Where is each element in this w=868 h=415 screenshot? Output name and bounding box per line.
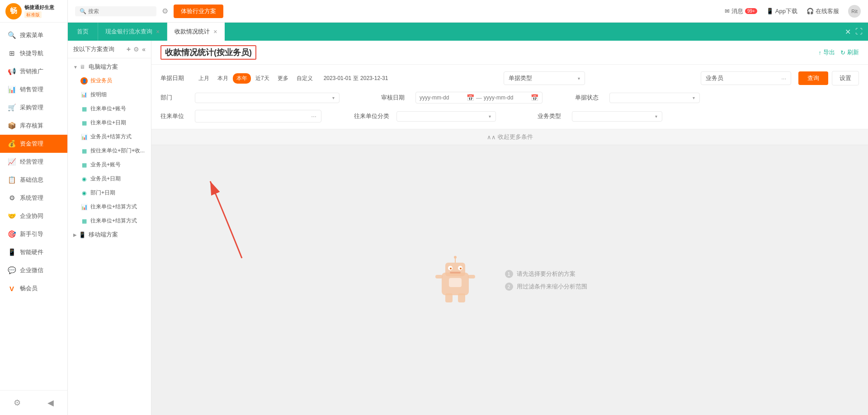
sidebar-item-marketing[interactable]: 📢 营销推广	[0, 62, 67, 80]
date-tab-this-year[interactable]: 本年	[233, 73, 251, 84]
scheme-item-partner-settlement2[interactable]: ▦ 往来单位+结算方式	[68, 214, 151, 228]
sidebar-item-search[interactable]: 🔍 搜索菜单	[0, 26, 67, 44]
sidebar-item-member[interactable]: V 畅会员	[0, 279, 67, 297]
biz-type-arrow: ▾	[655, 114, 657, 119]
message-item[interactable]: ✉ 消息 99+	[725, 7, 757, 15]
search-icon: 🔍	[7, 31, 16, 40]
sidebar-item-weixin[interactable]: 💬 企业微信	[0, 261, 67, 279]
desktop-group-header[interactable]: ▼ 🖥 电脑端方案	[68, 60, 151, 74]
sidebar-item-enterprise[interactable]: 🤝 企业协同	[0, 207, 67, 225]
tab-home[interactable]: 首页	[68, 23, 98, 41]
marketing-icon: 📢	[7, 67, 16, 76]
doc-status-select[interactable]: ▾	[609, 93, 700, 103]
mobile-group-label: 移动端方案	[89, 231, 118, 239]
mobile-scheme-group: ▶ 📱 移动端方案	[68, 228, 151, 241]
grid-icon: ▦	[80, 105, 88, 113]
settings-button[interactable]: 设置	[832, 71, 859, 85]
collapse-btn[interactable]: ∧∧ 收起更多条件	[487, 133, 533, 141]
grid-icon3: ▦	[80, 147, 88, 155]
scheme-item-partner-account[interactable]: ▦ 往来单位+账号	[68, 102, 151, 116]
svg-rect-10	[468, 275, 475, 278]
trial-button[interactable]: 体验行业方案	[174, 5, 223, 18]
enterprise-icon: 🤝	[7, 212, 16, 221]
svg-rect-12	[458, 293, 465, 302]
grid-icon4: ▦	[80, 161, 88, 169]
filter-area: 单据日期 上月 本月 本年 近7天 更多 自定义 2023-01-01 至	[151, 65, 868, 129]
export-button[interactable]: ↑ 导出	[819, 48, 835, 57]
audit-date-to-input[interactable]	[484, 94, 529, 101]
tip-text-2: 用过滤条件来缩小分析范围	[517, 283, 587, 291]
footer-collapse-btn[interactable]: ◀	[45, 395, 57, 410]
query-button[interactable]: 查询	[798, 71, 828, 85]
app-icon: 📱	[766, 8, 774, 14]
guide-icon: 🎯	[7, 230, 16, 239]
sidebar-item-quick[interactable]: ⊞ 快捷导航	[0, 44, 67, 62]
mobile-icon: 📱	[79, 231, 86, 238]
inventory-icon: 📦	[7, 121, 16, 130]
panel-add-btn[interactable]: +	[127, 45, 131, 53]
tip-num-2: 2	[505, 283, 513, 291]
user-avatar[interactable]: Rit	[848, 5, 861, 18]
scheme-item-partner-dept-collect[interactable]: ▦ 按往来单位+部门+收...	[68, 144, 151, 158]
mobile-group-header[interactable]: ▶ 📱 移动端方案	[68, 228, 151, 241]
scheme-item-dept-date[interactable]: ◉ 部门+日期	[68, 186, 151, 200]
desktop-group-label: 电脑端方案	[89, 63, 118, 71]
biz-type-select[interactable]: ▾	[572, 111, 662, 122]
collapse-bar[interactable]: ∧∧ 收起更多条件	[151, 129, 868, 145]
tab-close-all-icon[interactable]: ✕	[845, 28, 851, 36]
refresh-button[interactable]: ↻ 刷新	[840, 48, 859, 57]
date-tab-more[interactable]: 更多	[274, 73, 292, 84]
date-tab-last-month[interactable]: 上月	[195, 73, 213, 84]
sidebar-item-sales[interactable]: 📊 销售管理	[0, 80, 67, 99]
tab-expand-icon[interactable]: ⛶	[855, 28, 863, 36]
cal-icon-to[interactable]: 📅	[531, 94, 538, 101]
finance-icon: 💰	[7, 139, 16, 148]
sidebar-item-purchase[interactable]: 🛒 采购管理	[0, 99, 67, 117]
salesperson-select[interactable]: 业务员 ···	[701, 71, 791, 85]
date-tab-this-month[interactable]: 本月	[214, 73, 232, 84]
scheme-item-by-salesperson[interactable]: 👤 按业务员	[68, 74, 151, 88]
partner-select[interactable]: ···	[195, 110, 321, 123]
header-gear-icon[interactable]: ⚙	[162, 7, 168, 15]
audit-date-input-group[interactable]: 📅 — 📅	[415, 92, 542, 104]
scheme-item-partner-settlement1[interactable]: 📊 往来单位+结算方式	[68, 200, 151, 214]
footer-settings-btn[interactable]: ⚙	[11, 395, 24, 410]
system-icon: ⚙	[7, 193, 16, 203]
date-tab-custom[interactable]: 自定义	[293, 73, 316, 84]
sidebar-nav: 🔍 搜索菜单 ⊞ 快捷导航 📢 营销推广 📊 销售管理 🛒 采购管理 📦	[0, 23, 67, 390]
bar-chart-icon2: 📊	[80, 133, 88, 141]
scheme-item-salesperson-date[interactable]: ◉ 业务员+日期	[68, 172, 151, 186]
date-tab-last-7-days[interactable]: 近7天	[252, 73, 273, 84]
sidebar-item-guide[interactable]: 🎯 新手引导	[0, 225, 67, 243]
tab-bank-close[interactable]: ×	[156, 28, 160, 35]
search-input[interactable]	[88, 8, 147, 14]
sidebar-item-hardware[interactable]: 📱 智能硬件	[0, 243, 67, 261]
partner-more-btn[interactable]: ···	[311, 113, 316, 120]
panel-settings-btn[interactable]: ⚙	[133, 46, 139, 53]
dept-select[interactable]: ▾	[195, 93, 340, 103]
tab-collection[interactable]: 收款情况统计 ×	[167, 23, 225, 41]
scheme-item-salesperson-account[interactable]: ▦ 业务员+账号	[68, 158, 151, 172]
main-content: 🔍 ⚙ 体验行业方案 ✉ 消息 99+ 📱 App下载 🎧 在线	[68, 0, 868, 415]
panel-collapse-btn[interactable]: «	[142, 46, 146, 53]
header-search-box[interactable]: 🔍	[75, 6, 156, 16]
sidebar-item-operations[interactable]: 📈 经营管理	[0, 153, 67, 171]
scheme-item-salesperson-settlement[interactable]: 📊 业务员+结算方式	[68, 130, 151, 144]
svg-rect-13	[449, 278, 462, 287]
online-service-item[interactable]: 🎧 在线客服	[807, 7, 839, 15]
tab-collection-close[interactable]: ×	[213, 28, 217, 35]
doc-type-select[interactable]: 单据类型 ▾	[504, 71, 585, 85]
operations-icon: 📈	[7, 157, 16, 166]
scheme-item-by-detail[interactable]: 📊 按明细	[68, 88, 151, 102]
tab-bank[interactable]: 现金银行流水查询 ×	[98, 23, 167, 41]
sidebar-item-inventory[interactable]: 📦 库存核算	[0, 117, 67, 135]
audit-date-label: 审核日期	[381, 94, 408, 102]
partner-class-select[interactable]: ▾	[396, 111, 496, 122]
app-download-item[interactable]: 📱 App下载	[766, 7, 797, 15]
sidebar-item-finance[interactable]: 💰 资金管理	[0, 135, 67, 153]
sidebar-item-basic[interactable]: 📋 基础信息	[0, 171, 67, 189]
sidebar-item-system[interactable]: ⚙ 系统管理	[0, 189, 67, 207]
audit-date-from-input[interactable]	[420, 94, 465, 101]
cal-icon-from[interactable]: 📅	[467, 94, 474, 101]
scheme-item-partner-date[interactable]: ▦ 往来单位+日期	[68, 116, 151, 130]
